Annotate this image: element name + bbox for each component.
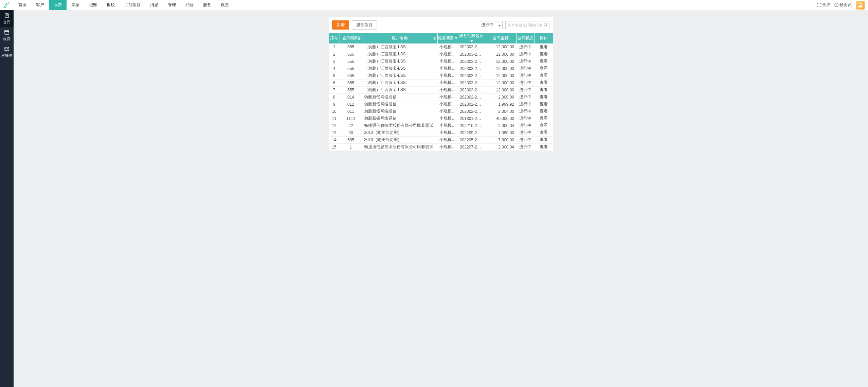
status-filter-select[interactable]: 进行中 bbox=[479, 21, 503, 29]
service-project-button[interactable]: 服务项目 bbox=[352, 20, 377, 30]
col-name[interactable]: 客户名称 bbox=[362, 33, 437, 43]
cell-idx: 5 bbox=[329, 72, 340, 79]
cell-op: 查看 bbox=[535, 79, 553, 86]
cell-code: 1 bbox=[340, 143, 362, 151]
fullscreen-button[interactable]: 全屏 bbox=[817, 2, 830, 8]
view-link[interactable]: 查看 bbox=[540, 123, 548, 128]
cell-period: 202303-202402 bbox=[458, 86, 485, 93]
cell-op: 查看 bbox=[535, 101, 553, 108]
cell-period: 202303-202402 bbox=[458, 51, 485, 58]
view-link[interactable]: 查看 bbox=[540, 130, 548, 135]
cell-code: 555 bbox=[340, 65, 362, 72]
cell-op: 查看 bbox=[535, 108, 553, 115]
avatar[interactable] bbox=[856, 1, 865, 10]
cell-code: 90 bbox=[340, 129, 362, 136]
cell-name: 勿删新锐网络通信 bbox=[362, 115, 437, 122]
cell-stat: 进行中 bbox=[516, 93, 535, 101]
topnav-item-1[interactable]: 客户 bbox=[31, 0, 49, 10]
cell-name: 畅捷通信息技术股份有限公司民非测试 bbox=[362, 143, 437, 151]
search-box bbox=[505, 21, 549, 29]
table-row: 4555（勿删）江西服宝-LSS小规模记账202303-20240212,000… bbox=[329, 65, 553, 72]
view-link[interactable]: 查看 bbox=[540, 144, 548, 149]
col-proj[interactable]: 服务项目 bbox=[437, 33, 458, 43]
cell-name: 畅捷通信息技术股份有限公司民非测试 bbox=[362, 122, 437, 129]
cell-idx: 6 bbox=[329, 79, 340, 86]
col-period[interactable]: 服务期限起止 bbox=[458, 33, 485, 43]
cell-op: 查看 bbox=[535, 143, 553, 151]
cell-stat: 进行中 bbox=[516, 115, 535, 122]
view-link[interactable]: 查看 bbox=[540, 45, 548, 49]
view-link[interactable]: 查看 bbox=[540, 52, 548, 56]
table-row: 2555（勿删）江西服宝-LSS小规模记账202303-20240212,000… bbox=[329, 51, 553, 58]
leftbar-item-label: 对账单 bbox=[1, 53, 13, 58]
leftbar-item-box[interactable]: 收费 bbox=[0, 27, 14, 43]
topnav-item-0[interactable]: 首页 bbox=[14, 0, 31, 10]
view-link[interactable]: 查看 bbox=[540, 94, 548, 99]
cell-name: 勿删新锐网络通信 bbox=[362, 93, 437, 101]
cell-proj: 小规模记账 bbox=[437, 72, 458, 79]
view-link[interactable]: 查看 bbox=[540, 116, 548, 121]
cell-proj: 小规模记账 bbox=[437, 65, 458, 72]
topnav-item-8[interactable]: 管理 bbox=[163, 0, 181, 10]
topnav-item-11[interactable]: 设置 bbox=[216, 0, 234, 10]
cell-proj: 小规模记账 bbox=[437, 129, 458, 136]
table-row: 9012勿删新锐网络通信小规模记账202302-2024011,999.92进行… bbox=[329, 101, 553, 108]
cell-amt: 12,000.00 bbox=[485, 86, 516, 93]
cell-proj: 小规模记账 bbox=[437, 115, 458, 122]
table-row: 1222畅捷通信息技术股份有限公司民非测试小规模记账202210-2023092… bbox=[329, 122, 553, 129]
cell-stat: 进行中 bbox=[516, 79, 535, 86]
table-row: 5555（勿删）江西服宝-LSS小规模记账202303-20240212,000… bbox=[329, 72, 553, 79]
cell-idx: 7 bbox=[329, 86, 340, 93]
leftbar-item-doc[interactable]: 合同 bbox=[0, 10, 14, 27]
topnav-item-9[interactable]: 经营 bbox=[181, 0, 198, 10]
topnav-item-4[interactable]: 记账 bbox=[84, 0, 102, 10]
col-stat: 合同状态 bbox=[516, 33, 535, 43]
topnav-item-10[interactable]: 服务 bbox=[198, 0, 216, 10]
add-button[interactable]: 新增 bbox=[332, 20, 349, 30]
svg-point-2 bbox=[859, 4, 860, 5]
member-button[interactable]: 畅会员 bbox=[834, 2, 852, 8]
view-link[interactable]: 查看 bbox=[540, 87, 548, 92]
leftbar-item-mail[interactable]: 对账单 bbox=[0, 43, 14, 60]
view-link[interactable]: 查看 bbox=[540, 137, 548, 142]
topnav-item-6[interactable]: 工商项目 bbox=[120, 0, 145, 10]
svg-point-10 bbox=[544, 23, 547, 25]
topnav-item-3[interactable]: 票据 bbox=[67, 0, 84, 10]
view-link[interactable]: 查看 bbox=[540, 66, 548, 71]
cell-period: 202205-202504 bbox=[458, 136, 485, 143]
cell-idx: 1 bbox=[329, 43, 340, 51]
view-link[interactable]: 查看 bbox=[540, 109, 548, 113]
view-link[interactable]: 查看 bbox=[540, 102, 548, 106]
cell-proj: 小规模记账 bbox=[437, 86, 458, 93]
table-row: 1555（勿删）江西服宝-LSS小规模记账202303-20240212,000… bbox=[329, 43, 553, 51]
cell-amt: 1,999.92 bbox=[485, 101, 516, 108]
cell-amt: 2,000.04 bbox=[485, 143, 516, 151]
cell-op: 查看 bbox=[535, 65, 553, 72]
topnav-item-5[interactable]: 报税 bbox=[102, 0, 120, 10]
cell-idx: 12 bbox=[329, 122, 340, 129]
topnav-item-2[interactable]: 收费 bbox=[49, 0, 67, 10]
view-link[interactable]: 查看 bbox=[540, 59, 548, 64]
view-link[interactable]: 查看 bbox=[540, 80, 548, 85]
cell-code: 585 bbox=[340, 136, 362, 143]
cell-stat: 进行中 bbox=[516, 108, 535, 115]
cell-op: 查看 bbox=[535, 129, 553, 136]
svg-line-11 bbox=[546, 25, 548, 27]
table-header-row: 序号 合同编码 客户名称 服务项目 服务期限起止 合同金额 合同状态 操作 bbox=[329, 33, 553, 43]
cell-stat: 进行中 bbox=[516, 101, 535, 108]
caret-down-icon bbox=[498, 23, 501, 28]
fullscreen-icon bbox=[817, 3, 821, 7]
cell-period: 202302-202401 bbox=[458, 101, 485, 108]
cell-code: 555 bbox=[340, 86, 362, 93]
search-icon[interactable] bbox=[543, 22, 548, 28]
topbar: 首页客户收费票据记账报税工商项目消息管理经营服务设置 全屏 畅会员 bbox=[0, 0, 868, 10]
cell-proj: 小规模记账 bbox=[437, 51, 458, 58]
cell-name: （勿删）江西服宝-LSS bbox=[362, 58, 437, 65]
cell-proj: 小规模记账 bbox=[437, 122, 458, 129]
search-input[interactable] bbox=[506, 21, 549, 29]
cell-name: 勿删新锐网络通信 bbox=[362, 108, 437, 115]
view-link[interactable]: 查看 bbox=[540, 73, 548, 78]
topnav-item-7[interactable]: 消息 bbox=[145, 0, 163, 10]
cell-op: 查看 bbox=[535, 86, 553, 93]
col-code[interactable]: 合同编码 bbox=[340, 33, 362, 43]
